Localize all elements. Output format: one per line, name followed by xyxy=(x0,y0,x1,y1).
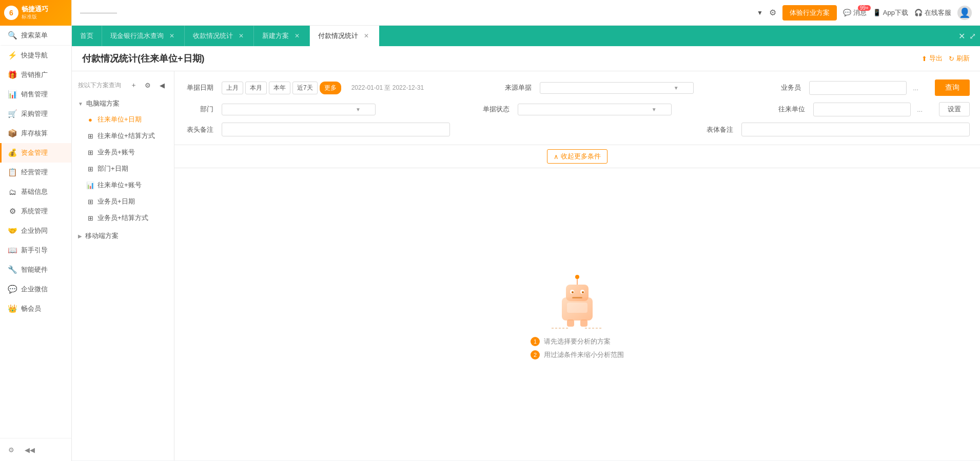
query-btn[interactable]: 查询 xyxy=(935,79,970,96)
hardware-icon: 🔧 xyxy=(8,265,17,274)
scheme-dept-date[interactable]: ⊞ 部门+日期 xyxy=(72,161,174,177)
search-icon: 🔍 xyxy=(8,31,17,40)
sidebar-item-system[interactable]: ⚙ 系统管理 xyxy=(0,202,71,221)
sidebar-item-member[interactable]: 👑 畅会员 xyxy=(0,299,71,318)
scheme-active-icon: ● xyxy=(86,115,94,124)
tab-payment-close[interactable]: ✕ xyxy=(362,32,370,40)
staff-dots[interactable]: ... xyxy=(909,82,923,94)
head-note-input[interactable] xyxy=(222,123,450,136)
tab-close-window-btn[interactable]: ✕ xyxy=(958,31,965,41)
purchase-icon: 🛒 xyxy=(8,109,17,118)
date-btn-this-month[interactable]: 本月 xyxy=(245,82,267,94)
date-btn-7days[interactable]: 近7天 xyxy=(292,82,318,94)
scheme-collapse-btn[interactable]: ◀ xyxy=(156,79,168,91)
sidebar-item-fund[interactable]: 💰 资金管理 xyxy=(0,143,71,163)
add-scheme-btn[interactable]: ＋ xyxy=(128,79,139,91)
tab-new[interactable]: 新建方案 ✕ xyxy=(254,26,310,46)
tab-new-close[interactable]: ✕ xyxy=(293,32,301,40)
page-content: 付款情况统计(往来单位+日期) ⬆ 导出 ↻ 刷新 按以下方案查询 ＋ xyxy=(72,46,980,461)
scheme-unit-account[interactable]: 📊 往来单位+账号 xyxy=(72,177,174,193)
sidebar-header: 6 畅捷通巧 标准版 xyxy=(0,0,71,26)
tab-bank[interactable]: 现金银行流水查询 ✕ xyxy=(102,26,185,46)
tab-home[interactable]: 首页 xyxy=(72,26,102,46)
empty-hint-1: 1 请先选择要分析的方案 xyxy=(531,337,624,346)
collapse-more-btn[interactable]: ∧ 收起更多条件 xyxy=(547,149,607,164)
scheme-staff-settle[interactable]: ⊞ 业务员+结算方式 xyxy=(72,210,174,226)
sidebar-item-operation[interactable]: 📋 经营管理 xyxy=(0,163,71,182)
source-label: 来源单据 xyxy=(503,83,532,92)
date-btn-this-year[interactable]: 本年 xyxy=(269,82,290,94)
sidebar-item-enterprise[interactable]: 🤝 企业协同 xyxy=(0,221,71,240)
date-btn-last-month[interactable]: 上月 xyxy=(222,82,243,94)
main-area: ―――――― ▼ ⚙ 体验行业方案 💬 消息 99+ 📱 App下载 🎧 在线客… xyxy=(72,0,980,461)
right-panel: 单据日期 上月 本月 本年 近7天 更多 2022-01-01 至 2022-1… xyxy=(174,71,980,460)
sidebar-item-stock[interactable]: 📦 库存核算 xyxy=(0,124,71,143)
tab-maximize-btn[interactable]: ⤢ xyxy=(969,31,976,41)
scheme-staff-date[interactable]: ⊞ 业务员+日期 xyxy=(72,193,174,210)
sidebar-item-wechat[interactable]: 💬 企业微信 xyxy=(0,279,71,299)
head-note-label: 表头备注 xyxy=(185,125,213,134)
empty-hints: 1 请先选择要分析的方案 2 用过滤条件来缩小分析范围 xyxy=(531,337,624,359)
dept-chevron-icon: ▼ xyxy=(356,107,361,112)
body-note-label: 表体备注 xyxy=(704,125,733,134)
breadcrumb-text: ―――――― xyxy=(80,9,117,16)
tab-payment[interactable]: 付款情况统计 ✕ xyxy=(310,26,379,46)
tab-receipt[interactable]: 收款情况统计 ✕ xyxy=(185,26,254,46)
user-avatar[interactable]: 👤 xyxy=(957,6,972,20)
export-btn[interactable]: ⬆ 导出 xyxy=(922,54,943,63)
sidebar-item-guide[interactable]: 📖 新手引导 xyxy=(0,240,71,260)
sidebar-item-hardware[interactable]: 🔧 智能硬件 xyxy=(0,260,71,279)
sidebar-item-basic[interactable]: 🗂 基础信息 xyxy=(0,182,71,202)
tab-receipt-close[interactable]: ✕ xyxy=(237,32,245,40)
app-download-btn[interactable]: 📱 App下载 xyxy=(873,8,908,17)
staff-label: 业务员 xyxy=(772,83,801,92)
refresh-btn[interactable]: ↻ 刷新 xyxy=(949,54,970,63)
system-icon: ⚙ xyxy=(8,207,17,216)
svg-rect-9 xyxy=(567,303,587,313)
collapse-icon: ∧ xyxy=(554,153,559,161)
tab-bank-close[interactable]: ✕ xyxy=(168,32,176,40)
sidebar-item-shortcut[interactable]: ⚡ 快捷导航 xyxy=(0,46,71,65)
phone-icon: 📱 xyxy=(873,9,881,16)
mobile-group-header[interactable]: ▶ 移动端方案 xyxy=(72,228,174,244)
status-select[interactable]: ▼ xyxy=(518,104,672,115)
stock-icon: 📦 xyxy=(8,129,17,138)
date-btn-more[interactable]: 更多 xyxy=(320,82,341,94)
sidebar-collapse-btn[interactable]: ◀◀ xyxy=(23,443,37,457)
sidebar-item-marketing[interactable]: 🎁 营销推广 xyxy=(0,65,71,85)
scheme-unit-settle[interactable]: ⊞ 往来单位+结算方式 xyxy=(72,128,174,144)
expand-chevron-icon: ▼ xyxy=(78,101,83,107)
logo-icon: 6 xyxy=(4,6,18,20)
scheme-staff-account[interactable]: ⊞ 业务员+账号 xyxy=(72,144,174,161)
sidebar-item-sales[interactable]: 📊 销售管理 xyxy=(0,85,71,104)
sidebar-settings-btn[interactable]: ⚙ xyxy=(4,443,18,457)
partner-input[interactable] xyxy=(813,103,911,116)
breadcrumb: ―――――― xyxy=(80,9,751,16)
partner-filter-group: ... xyxy=(813,103,927,116)
settings-icon[interactable]: ⚙ xyxy=(769,8,776,17)
scheme-settings-btn[interactable]: ⚙ xyxy=(142,79,153,91)
scheme-chart-icon: 📊 xyxy=(86,181,94,189)
body-note-input[interactable] xyxy=(741,123,970,136)
dept-select[interactable]: ▼ xyxy=(222,104,376,115)
date-label: 单据日期 xyxy=(185,83,213,92)
partner-dots[interactable]: ... xyxy=(913,104,927,115)
guide-icon: 📖 xyxy=(8,246,17,255)
scheme-unit-date[interactable]: ● 往来单位+日期 xyxy=(72,111,174,128)
collapse-bar: ∧ 收起更多条件 xyxy=(174,145,980,168)
settings-btn[interactable]: 设置 xyxy=(939,102,970,116)
status-chevron-icon: ▼ xyxy=(652,107,657,112)
experience-btn[interactable]: 体验行业方案 xyxy=(782,5,837,21)
sidebar-item-purchase[interactable]: 🛒 采购管理 xyxy=(0,104,71,124)
source-select[interactable]: ▼ xyxy=(540,82,694,94)
svg-rect-11 xyxy=(580,319,587,327)
search-menu-item[interactable]: 🔍 搜索菜单 xyxy=(0,26,71,46)
staff-input[interactable] xyxy=(809,81,907,95)
messages-btn[interactable]: 💬 消息 99+ xyxy=(843,8,867,17)
wechat-icon: 💬 xyxy=(8,285,17,294)
app-header: ―――――― ▼ ⚙ 体验行业方案 💬 消息 99+ 📱 App下载 🎧 在线客… xyxy=(72,0,980,26)
online-service-btn[interactable]: 🎧 在线客服 xyxy=(914,8,951,17)
header-dropdown[interactable]: ▼ xyxy=(757,9,763,16)
sidebar-footer: ⚙ ◀◀ xyxy=(0,438,71,461)
desktop-group-header[interactable]: ▼ 电脑端方案 xyxy=(72,96,174,111)
